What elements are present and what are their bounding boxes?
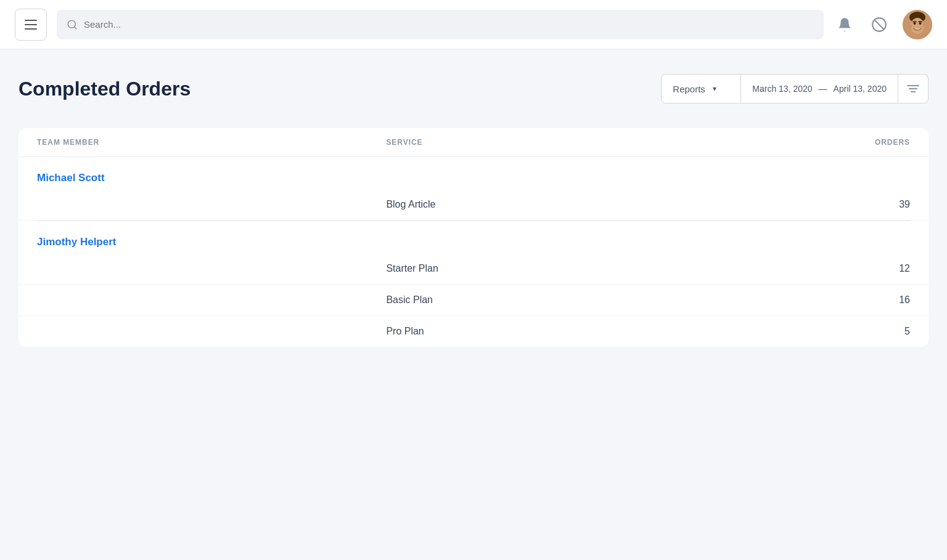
service-row: Basic Plan 16: [18, 285, 929, 316]
date-range: March 13, 2020 — April 13, 2020: [741, 74, 898, 103]
svg-point-8: [923, 24, 926, 28]
service-name: Blog Article: [386, 199, 735, 210]
svg-point-10: [919, 22, 922, 25]
service-name: Starter Plan: [386, 263, 735, 274]
service-name: Pro Plan: [386, 326, 735, 337]
svg-point-7: [909, 24, 912, 28]
date-start: March 13, 2020: [752, 84, 812, 94]
orders-count: 39: [736, 199, 910, 210]
help-button[interactable]: [868, 14, 890, 36]
chevron-down-icon: ▾: [713, 84, 716, 93]
column-header-orders: ORDERS: [736, 138, 910, 147]
table-header: TEAM MEMBER SERVICE ORDERS: [18, 128, 929, 157]
service-row: Blog Article 39: [18, 189, 929, 221]
nav-actions: [834, 10, 932, 39]
service-name: Basic Plan: [386, 294, 735, 306]
filter-button[interactable]: [898, 74, 929, 103]
main-content: Completed Orders Reports ▾ March 13, 202…: [0, 49, 947, 560]
avatar-image: [903, 10, 932, 39]
orders-table: TEAM MEMBER SERVICE ORDERS Michael Scott…: [18, 128, 929, 347]
reports-dropdown[interactable]: Reports ▾: [661, 74, 741, 103]
date-separator: —: [819, 84, 827, 94]
svg-line-3: [874, 20, 883, 29]
bell-icon: [837, 17, 853, 33]
orders-count: 16: [736, 294, 910, 306]
list-item: Jimothy Helpert: [18, 221, 929, 253]
reports-label: Reports: [673, 84, 705, 94]
service-row: Starter Plan 12: [18, 253, 929, 285]
menu-button[interactable]: [15, 9, 47, 41]
svg-point-9: [914, 22, 916, 25]
page-header: Completed Orders Reports ▾ March 13, 202…: [18, 74, 929, 103]
search-input[interactable]: [84, 19, 814, 30]
search-icon: [67, 19, 78, 30]
help-icon: [871, 17, 887, 33]
top-navigation: [0, 0, 947, 49]
column-header-service: SERVICE: [386, 138, 735, 147]
date-end: April 13, 2020: [834, 84, 887, 94]
service-row: Pro Plan 5: [18, 316, 929, 347]
orders-count: 5: [736, 326, 910, 337]
search-bar: [57, 10, 824, 39]
page-title: Completed Orders: [18, 78, 651, 100]
svg-point-6: [911, 18, 924, 34]
list-item: Michael Scott: [18, 157, 929, 189]
column-header-team-member: TEAM MEMBER: [37, 138, 386, 147]
header-controls: Reports ▾ March 13, 2020 — April 13, 202…: [661, 74, 929, 103]
team-member-name[interactable]: Jimothy Helpert: [37, 236, 116, 248]
filter-lines-icon: [907, 84, 919, 94]
svg-line-1: [74, 26, 76, 28]
notifications-button[interactable]: [834, 14, 856, 36]
table-body: Michael Scott Blog Article 39 Jimothy He…: [18, 157, 929, 347]
team-member-name[interactable]: Michael Scott: [37, 172, 105, 184]
avatar[interactable]: [903, 10, 932, 39]
orders-count: 12: [736, 263, 910, 274]
